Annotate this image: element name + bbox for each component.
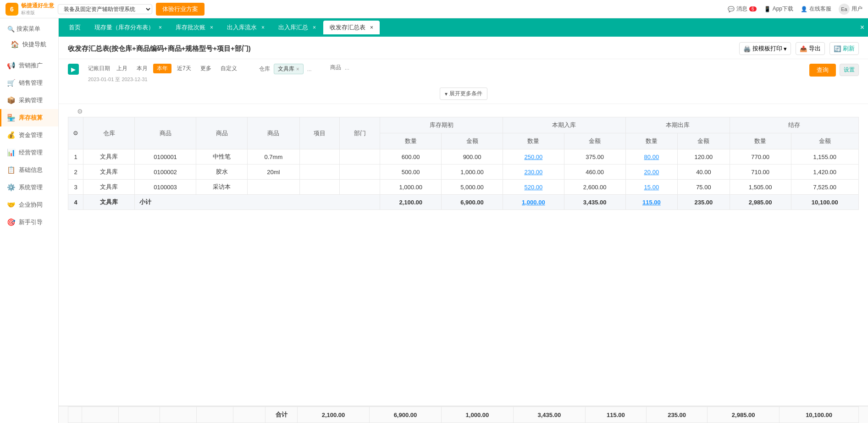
- row-warehouse: 文具库: [83, 165, 135, 180]
- expand-row: ▾ 展开更多条件: [68, 86, 859, 102]
- sidebar-item-system[interactable]: ⚙️ 系统管理: [0, 179, 58, 196]
- message-item[interactable]: 💬 消息 6: [728, 5, 757, 13]
- total-in-qty: 1,000.00: [441, 407, 513, 423]
- download-icon: 📱: [764, 6, 771, 12]
- setting-button[interactable]: 设置: [840, 64, 859, 76]
- tab-batch-ledger[interactable]: 库存批次账 ×: [169, 21, 220, 34]
- row-out-qty[interactable]: 20.00: [625, 165, 678, 180]
- tab-inout-summary[interactable]: 出入库汇总 ×: [272, 21, 322, 34]
- th-in-amt: 金额: [564, 133, 625, 149]
- date-btn-this-year[interactable]: 本年: [153, 64, 171, 73]
- filter-collapse-btn[interactable]: ▶: [68, 64, 79, 75]
- sidebar-item-inventory[interactable]: 🏪 库存核算: [0, 109, 58, 126]
- app-download-item[interactable]: 📱 App下载: [764, 5, 793, 13]
- th-init-qty: 数量: [380, 133, 442, 149]
- tab-inventory-dist[interactable]: 现存量（库存分布表） ×: [88, 21, 168, 34]
- table-settings-icon[interactable]: ⚙: [77, 108, 83, 115]
- tab-close-batch-ledger[interactable]: ×: [210, 24, 213, 31]
- filter-section: ▶ 记账日期 上月 本月 本年 近7天 更多: [59, 59, 868, 104]
- date-btn-custom[interactable]: 自定义: [217, 64, 241, 73]
- sidebar-item-basic-info[interactable]: 📋 基础信息: [0, 161, 58, 179]
- message-badge: 6: [749, 6, 757, 11]
- tab-close-inout-summary[interactable]: ×: [313, 24, 316, 31]
- sidebar-item-marketing[interactable]: 📢 营销推广: [0, 57, 58, 74]
- table-container: ⚙ ⚙ 仓库 商品 商品 商品 项目 部门: [59, 104, 868, 210]
- row-out-qty[interactable]: 15.00: [625, 180, 678, 195]
- tab-home[interactable]: 首页: [62, 21, 87, 34]
- subtotal-init-qty: 2,100.00: [380, 195, 442, 210]
- row-bal-qty: 710.00: [730, 165, 791, 180]
- logo-box: 6 畅捷通好生意 标准版: [6, 2, 54, 16]
- sidebar-search[interactable]: 🔍 搜索菜单: [4, 22, 55, 36]
- row-init-qty: 1,000.00: [380, 180, 442, 195]
- tab-close-inout-flow[interactable]: ×: [261, 24, 265, 31]
- row-in-qty[interactable]: 230.00: [503, 165, 564, 180]
- sidebar-item-enterprise[interactable]: 🤝 企业协同: [0, 196, 58, 214]
- row-out-amt: 120.00: [678, 149, 730, 165]
- tab-bar-close-all[interactable]: ×: [860, 23, 864, 32]
- sidebar-item-quick-nav[interactable]: 🏠 快捷导航: [4, 36, 55, 53]
- subtotal-init-amt: 6,900.00: [442, 195, 503, 210]
- subtotal-bal-qty: 2,985.00: [730, 195, 791, 210]
- tab-inout-flow[interactable]: 出入库流水 ×: [221, 21, 271, 34]
- marketing-icon: 📢: [7, 61, 15, 70]
- date-btn-more[interactable]: 更多: [197, 64, 215, 73]
- sidebar: 🔍 搜索菜单 🏠 快捷导航 📢 营销推广 🛒 销售管理 📦: [0, 18, 59, 423]
- print-icon: 🖨️: [743, 45, 751, 52]
- quick-nav-icon: 🏠: [11, 40, 19, 49]
- sidebar-item-operations[interactable]: 📊 经营管理: [0, 144, 58, 161]
- tab-recv-send-summary[interactable]: 收发存汇总表 ×: [323, 21, 380, 34]
- row-index: 1: [68, 149, 83, 165]
- trial-button[interactable]: 体验行业方案: [156, 3, 205, 16]
- tab-close-recv-send-summary[interactable]: ×: [370, 24, 373, 31]
- sidebar-item-newbie[interactable]: 🎯 新手引导: [0, 214, 58, 231]
- row-dept: [340, 149, 380, 165]
- row-project: [299, 149, 340, 165]
- expand-conditions-btn[interactable]: ▾ 展开更多条件: [440, 88, 487, 100]
- row-bal-amt: 1,420.00: [791, 165, 858, 180]
- sidebar-item-sales[interactable]: 🛒 销售管理: [0, 74, 58, 92]
- subtotal-in-qty[interactable]: 1,000.00: [503, 195, 564, 210]
- warehouse-tag-close[interactable]: ×: [296, 66, 299, 72]
- goods-dots[interactable]: ...: [345, 65, 349, 71]
- subtotal-out-qty[interactable]: 115.00: [625, 195, 678, 210]
- subtotal-label: 小计: [135, 195, 380, 210]
- total-table: 合计 2,100.00 6,900.00 1,000.00 3,435.00 1…: [68, 407, 859, 423]
- row-name: 胶水: [196, 165, 247, 180]
- system-select[interactable]: 装备及固定资产辅助管理系统: [58, 4, 152, 14]
- date-btn-this-month[interactable]: 本月: [133, 64, 151, 73]
- user-item[interactable]: Ea 用户: [839, 4, 862, 15]
- top-bar-left: 6 畅捷通好生意 标准版 装备及固定资产辅助管理系统 体验行业方案: [6, 2, 205, 16]
- refresh-button[interactable]: 🔄 刷新: [829, 42, 859, 55]
- row-out-qty[interactable]: 80.00: [625, 149, 678, 165]
- total-bal-qty: 2,985.00: [708, 407, 780, 423]
- print-button[interactable]: 🖨️ 按模板打印 ▾: [739, 42, 791, 55]
- filter-main-row: ▶ 记账日期 上月 本月 本年 近7天 更多: [68, 64, 859, 83]
- row-in-amt: 460.00: [564, 165, 625, 180]
- query-button[interactable]: 查询: [809, 64, 836, 77]
- message-icon: 💬: [728, 6, 735, 12]
- total-row: 合计 2,100.00 6,900.00 1,000.00 3,435.00 1…: [68, 407, 859, 423]
- date-btn-last-month[interactable]: 上月: [113, 64, 131, 73]
- page-header: 收发存汇总表(按仓库+商品编码+商品+规格型号+项目+部门) 🖨️ 按模板打印 …: [59, 37, 868, 59]
- row-index: 3: [68, 180, 83, 195]
- date-range: 2023-01-01 至 2023-12-31: [88, 76, 241, 83]
- warehouse-dots[interactable]: ...: [307, 66, 312, 72]
- row-project: [299, 165, 340, 180]
- basic-info-icon: 📋: [7, 166, 15, 174]
- sidebar-item-purchase[interactable]: 📦 采购管理: [0, 92, 58, 109]
- row-in-qty[interactable]: 250.00: [503, 149, 564, 165]
- search-icon: 🔍: [7, 26, 15, 33]
- export-button[interactable]: 📤 导出: [796, 42, 825, 55]
- row-in-amt: 375.00: [564, 149, 625, 165]
- table-row: 2 文具库 0100002 胶水 20ml 500.00 1,000.00 23…: [68, 165, 859, 180]
- tab-close-inventory-dist[interactable]: ×: [159, 24, 162, 31]
- date-btn-7days[interactable]: 近7天: [173, 64, 195, 73]
- row-in-amt: 2,600.00: [564, 180, 625, 195]
- sidebar-item-finance[interactable]: 💰 资金管理: [0, 126, 58, 144]
- th-group-init: 库存期初: [380, 117, 503, 133]
- row-in-qty[interactable]: 520.00: [503, 180, 564, 195]
- goods-filter: 商品 ...: [330, 64, 349, 71]
- online-service-item[interactable]: 👤 在线客服: [801, 5, 831, 13]
- subtotal-in-amt: 3,435.00: [564, 195, 625, 210]
